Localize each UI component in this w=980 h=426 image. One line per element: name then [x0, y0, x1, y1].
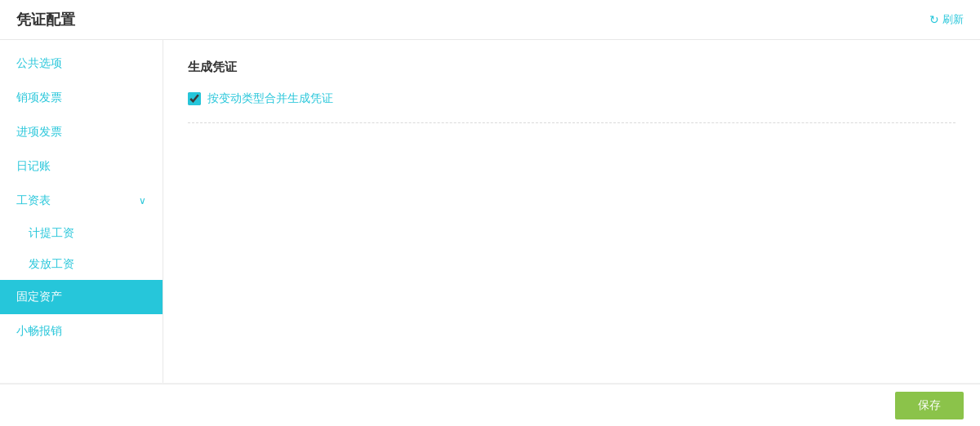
sidebar-item-payroll[interactable]: 工资表 ∨	[0, 184, 163, 218]
sidebar-item-fixed-assets[interactable]: 固定资产	[0, 280, 163, 314]
sidebar-sub-item-label: 发放工资	[29, 257, 74, 270]
sidebar-item-label: 进项发票	[16, 125, 62, 140]
checkbox-row: 按变动类型合并生成凭证	[188, 91, 956, 106]
sidebar-item-sales-invoice[interactable]: 销项发票	[0, 81, 163, 115]
content-area: 生成凭证 按变动类型合并生成凭证	[163, 40, 980, 383]
sidebar-item-accrual-payroll[interactable]: 计提工资	[0, 218, 163, 249]
sidebar-item-label: 小畅报销	[16, 324, 62, 339]
checkbox-label[interactable]: 按变动类型合并生成凭证	[207, 91, 333, 106]
sidebar-item-label: 固定资产	[16, 290, 62, 304]
footer-bar: 保存	[0, 384, 980, 426]
sidebar-item-label: 公共选项	[16, 56, 62, 71]
sidebar-item-label: 日记账	[16, 159, 51, 174]
sidebar: 公共选项 销项发票 进项发票 日记账 工资表 ∨ 计提工资 发放工资 固定资产 …	[0, 40, 163, 383]
save-button[interactable]: 保存	[895, 392, 964, 419]
chevron-down-icon: ∨	[139, 195, 146, 206]
merge-by-type-checkbox[interactable]	[188, 92, 201, 105]
sidebar-item-label: 工资表	[16, 193, 51, 208]
main-layout: 公共选项 销项发票 进项发票 日记账 工资表 ∨ 计提工资 发放工资 固定资产 …	[0, 40, 980, 383]
refresh-button[interactable]: ↻ 刷新	[929, 12, 964, 27]
sidebar-item-journal[interactable]: 日记账	[0, 149, 163, 184]
refresh-label: 刷新	[942, 12, 964, 27]
sidebar-sub-item-label: 计提工资	[29, 226, 74, 239]
sidebar-item-label: 销项发票	[16, 91, 62, 105]
sidebar-item-payroll-payment[interactable]: 发放工资	[0, 249, 163, 280]
sidebar-item-expense-report[interactable]: 小畅报销	[0, 314, 163, 348]
section-title: 生成凭证	[188, 60, 956, 75]
sidebar-item-purchase-invoice[interactable]: 进项发票	[0, 115, 163, 149]
section-divider	[188, 122, 956, 123]
page-header: 凭证配置 ↻ 刷新	[0, 0, 980, 40]
page-title: 凭证配置	[16, 10, 75, 29]
sidebar-item-public[interactable]: 公共选项	[0, 47, 163, 81]
refresh-icon: ↻	[929, 13, 939, 26]
